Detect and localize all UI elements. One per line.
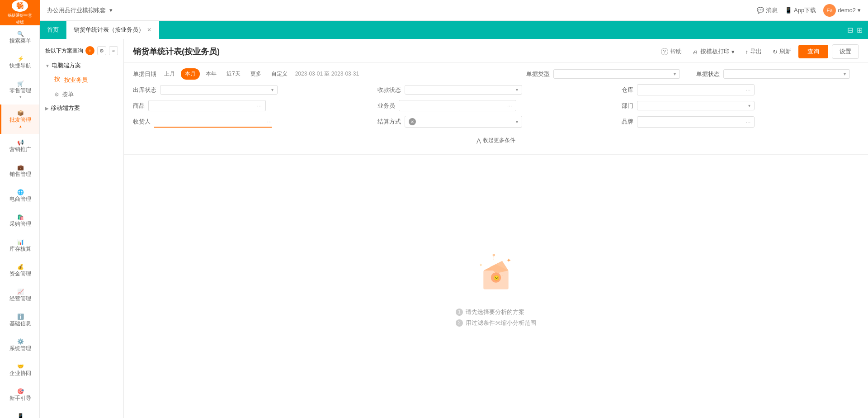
filter-area: 单据日期 上月 本月 本年 近7天 更多 自定义 2023-03-01 至 20…	[124, 63, 868, 155]
salesperson-icon: 按	[54, 75, 64, 85]
sidebar-item-finance[interactable]: 💰 资金管理	[0, 258, 39, 283]
marketing-icon: 📢	[17, 139, 24, 146]
consignee-filter: 收货人 ···	[133, 116, 370, 128]
empty-tip-2: 2 用过滤条件来缩小分析范围	[456, 319, 536, 327]
goods-filter: 商品 ···	[133, 100, 370, 111]
sidebar-item-marketing[interactable]: 📢 营销推广	[0, 134, 39, 159]
goods-select[interactable]: ···	[148, 100, 266, 111]
app-download-button[interactable]: 📱 App下载	[785, 6, 816, 14]
tree-sub-item-salesperson[interactable]: 按 按业务员	[40, 72, 123, 88]
warehouse-label: 仓库	[622, 86, 633, 94]
sidebar-item-enterprise[interactable]: 🤝 企业协同	[0, 358, 39, 383]
sidebar-item-label: 电商管理	[9, 195, 31, 203]
sidebar: 畅 畅捷通好生意 标版 🔍 搜索菜单 ⚡ 快捷导航 🛒 零售管理 ▾ 📦 批发管…	[0, 0, 40, 418]
panel-settings-button[interactable]: ⚙	[97, 46, 106, 55]
collapse-more-button[interactable]: ⋀ 收起更多条件	[474, 134, 518, 147]
dept-select[interactable]: ▾	[637, 101, 755, 110]
tree-item-mobile[interactable]: ▶ 移动端方案	[40, 101, 123, 115]
left-panel: 按以下方案查询 + ⚙ « ▼ 电脑端方案 按 按业务员 ⚙ 按单	[40, 39, 124, 418]
tab-minimize-button[interactable]: ⊟	[847, 26, 853, 34]
export-button[interactable]: ↑ 导出	[742, 46, 766, 57]
empty-svg: ✦ ✦ · 😕	[469, 243, 523, 298]
panel-add-button[interactable]: +	[85, 46, 94, 55]
consignee-dots: ···	[267, 118, 272, 125]
finance-icon: 💰	[17, 264, 24, 270]
filter-row-3: 商品 ··· 业务员 ··· 部门	[133, 100, 859, 111]
tab-home[interactable]: 首页	[40, 21, 66, 39]
sidebar-item-operations[interactable]: 📈 经营管理	[0, 283, 39, 308]
collapse-label: 收起更多条件	[483, 137, 515, 144]
settlement-select[interactable]: ✕ ▾	[405, 116, 522, 128]
tab-sales-stats[interactable]: 销货单统计表（按业务员） ✕	[66, 21, 159, 39]
by-order-settings-icon: ⚙	[54, 91, 59, 98]
help-label: 帮助	[670, 48, 682, 56]
sidebar-item-inventory[interactable]: 📊 库存核算	[0, 233, 39, 258]
tab-close-button[interactable]: ✕	[147, 27, 151, 33]
salesperson-filter: 业务员 ···	[377, 100, 615, 111]
user-menu[interactable]: Ea demo2 ▾	[823, 4, 861, 17]
refresh-button[interactable]: ↻ 刷新	[769, 46, 795, 57]
sidebar-item-system[interactable]: ⚙️ 系统管理	[0, 333, 39, 358]
out-status-chevron: ▾	[271, 87, 274, 92]
template-print-button[interactable]: 🖨 按模板打印 ▾	[689, 46, 738, 57]
svg-text:·: ·	[502, 273, 503, 277]
brand-select[interactable]: ···	[637, 116, 755, 128]
warehouse-select[interactable]: ···	[637, 84, 755, 95]
sidebar-item-retail[interactable]: 🛒 零售管理 ▾	[0, 75, 39, 104]
receipt-status-filter: 收款状态 ▾	[377, 85, 615, 95]
date-btn-last-7[interactable]: 近7天	[222, 68, 245, 80]
sidebar-item-search[interactable]: 🔍 搜索菜单	[0, 25, 39, 50]
settings-button[interactable]: 设置	[832, 44, 859, 59]
logo-subtext: 标版	[16, 19, 24, 25]
dropdown-arrow[interactable]: ▾	[109, 7, 113, 14]
sidebar-item-wholesale[interactable]: 📦 批发管理 ▴	[0, 104, 39, 134]
date-btn-custom[interactable]: 自定义	[267, 68, 292, 80]
goods-label: 商品	[133, 102, 145, 110]
filter-row-2: 出库状态 ▾ 收款状态 ▾ 仓库	[133, 84, 859, 95]
sidebar-item-label: 搜索菜单	[9, 37, 31, 45]
sidebar-item-basic-info[interactable]: ℹ️ 基础信息	[0, 308, 39, 333]
doc-status-select[interactable]: ▾	[723, 69, 850, 79]
panel-collapse-button[interactable]: «	[109, 46, 118, 55]
query-button[interactable]: 查询	[798, 45, 828, 58]
empty-tip-1: 1 请先选择要分析的方案	[456, 308, 536, 316]
sidebar-item-label: 营销推广	[9, 146, 31, 153]
date-btn-last-month[interactable]: 上月	[160, 68, 179, 80]
doc-type-select[interactable]: ▾	[553, 69, 680, 79]
dept-filter: 部门 ▾	[622, 101, 859, 110]
sidebar-item-app-center[interactable]: 📱 应用中心	[0, 408, 39, 418]
consignee-input[interactable]	[154, 118, 267, 125]
help-button[interactable]: ? 帮助	[657, 46, 685, 57]
tip-number-1: 1	[456, 309, 463, 316]
date-btn-this-month[interactable]: 本月	[181, 68, 200, 80]
user-name: demo2	[838, 7, 856, 14]
date-btn-this-year[interactable]: 本年	[202, 68, 221, 80]
date-btn-more[interactable]: 更多	[246, 68, 265, 80]
sidebar-item-label: 新手引导	[9, 394, 31, 402]
sidebar-item-sales[interactable]: 💼 销售管理	[0, 159, 39, 184]
sidebar-item-newbie[interactable]: 🎯 新手引导	[0, 383, 39, 408]
settlement-x-btn[interactable]: ✕	[409, 118, 416, 125]
salesperson-select[interactable]: ···	[399, 100, 516, 111]
content-area: 按以下方案查询 + ⚙ « ▼ 电脑端方案 按 按业务员 ⚙ 按单	[40, 39, 868, 418]
tree-sub-item-by-order[interactable]: ⚙ 按单	[40, 88, 123, 101]
sidebar-item-ecommerce[interactable]: 🌐 电商管理	[0, 184, 39, 209]
tab-maximize-button[interactable]: ⊞	[857, 26, 863, 34]
export-label: 导出	[750, 48, 762, 56]
out-status-select[interactable]: ▾	[160, 85, 278, 95]
chevron-up-icon: ▴	[19, 124, 22, 128]
sidebar-item-purchase[interactable]: 🛍️ 采购管理	[0, 209, 39, 233]
out-status-label: 出库状态	[133, 86, 156, 94]
message-button[interactable]: 💬 消息	[757, 6, 778, 14]
tree-sub-label-salesperson: 按业务员	[64, 76, 88, 84]
logo[interactable]: 畅 畅捷通好生意 标版	[0, 0, 40, 25]
receipt-status-select[interactable]: ▾	[405, 85, 522, 95]
sidebar-item-label: 销售管理	[9, 171, 31, 178]
message-label: 消息	[766, 6, 778, 14]
sidebar-item-quick-nav[interactable]: ⚡ 快捷导航	[0, 50, 39, 75]
tree-item-pc[interactable]: ▼ 电脑端方案	[40, 59, 123, 72]
operations-icon: 📈	[17, 289, 24, 295]
empty-illustration: ✦ ✦ · 😕	[469, 243, 523, 299]
brand-label: 品牌	[622, 118, 633, 126]
ecommerce-icon: 🌐	[17, 189, 24, 195]
